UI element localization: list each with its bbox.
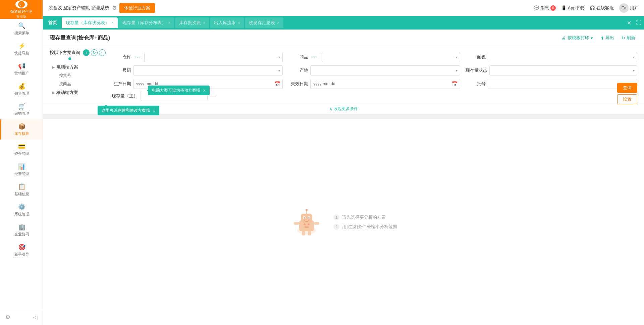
scheme-mobile-label: 移动端方案	[56, 90, 78, 96]
sidebar-label-purchase: 采购管理	[14, 111, 29, 116]
svg-rect-12	[314, 222, 319, 225]
scheme-mobile[interactable]: ▶ 移动端方案	[50, 88, 106, 97]
scheme-by-product[interactable]: 按商品	[56, 80, 106, 88]
sidebar-item-inventory[interactable]: 📦 库存核算	[0, 119, 43, 140]
sidebar-item-basic-info[interactable]: 📋 基础信息	[0, 180, 43, 200]
filter-expiry-date: 失效日期 📅	[288, 79, 460, 89]
print-label: 按模板打印	[568, 35, 589, 41]
fullscreen-icon[interactable]: ⛶	[635, 19, 643, 26]
tabbar-right-icons: ✕ ⛶	[626, 19, 643, 27]
filter-origin: 产地 ▾	[288, 65, 460, 75]
sync-scheme-btn[interactable]: ↻	[91, 49, 98, 56]
filter-header-btns: + ↻ ←	[83, 49, 106, 56]
logo-text: 畅通诸好生意	[10, 9, 33, 14]
warehouse-select-wrap: ▾	[144, 52, 283, 62]
sidebar-item-marketing[interactable]: 📢 营销推广	[0, 59, 43, 79]
tab-inventory-status-close[interactable]: ×	[111, 20, 114, 25]
app-download-btn[interactable]: 📱 App下载	[561, 5, 584, 11]
export-btn[interactable]: ⬆ 导出	[598, 34, 616, 42]
experience-btn[interactable]: 体验行业方案	[119, 3, 155, 13]
svg-rect-14	[308, 231, 311, 235]
app-logo: 6 畅通诸好生意 标准版	[0, 0, 43, 19]
tab-receive-summary[interactable]: 收发存汇总表 ×	[245, 17, 283, 28]
sidebar-item-sys-manage[interactable]: ⚙️ 系统管理	[0, 200, 43, 220]
sidebar-item-enterprise[interactable]: 🏢 企业协同	[0, 220, 43, 240]
empty-hint-1: 1 请先选择要分析的方案	[333, 214, 397, 220]
expiry-date-input[interactable]	[310, 79, 460, 89]
sidebar-item-quick-nav[interactable]: ⚡ 快捷导航	[0, 39, 43, 59]
tab-inventory-status[interactable]: 现存量（库存状况表） ×	[62, 17, 118, 28]
query-btn[interactable]: 查询	[617, 83, 637, 93]
print-btn[interactable]: 🖨 按模板打印 ▾	[560, 34, 595, 42]
collapse-label: 收起更多条件	[334, 106, 358, 112]
tab-receive-summary-label: 收发存汇总表	[249, 20, 275, 26]
tab-batch-ledger[interactable]: 库存批次账 ×	[175, 17, 209, 28]
marketing-icon: 📢	[18, 62, 25, 70]
refresh-label: 刷新	[627, 35, 635, 41]
product-dots[interactable]	[310, 54, 319, 60]
tab-inout-flow[interactable]: 出入库流水 ×	[210, 17, 244, 28]
add-scheme-btn[interactable]: +	[83, 49, 90, 56]
batch-no-input[interactable]	[488, 79, 637, 89]
close-all-tabs-icon[interactable]: ✕	[626, 19, 633, 27]
tab-receive-summary-close[interactable]: ×	[277, 20, 279, 25]
support-icon: 🎧	[590, 5, 595, 10]
sidebar-item-search[interactable]: 🔍 搜索菜单	[0, 19, 43, 39]
messages-btn[interactable]: 💬 消息 6	[534, 5, 556, 11]
svg-point-10	[306, 209, 308, 211]
tab-inout-flow-close[interactable]: ×	[238, 20, 240, 25]
online-support-btn[interactable]: 🎧 在线客服	[590, 5, 614, 11]
size-label: 尺码	[111, 67, 131, 73]
tooltip-create-close[interactable]: ×	[153, 108, 155, 113]
sidebar-item-guide[interactable]: 🎯 新手引导	[0, 240, 43, 260]
scheme-desktop-label: 电脑端方案	[56, 64, 78, 70]
origin-select[interactable]	[310, 65, 460, 75]
sidebar-label-inventory: 库存核算	[14, 131, 29, 136]
tooltip-create: 这里可以创建和修改方案哦 ×	[98, 106, 159, 115]
operations-icon: 📊	[18, 163, 25, 170]
online-support-label: 在线客服	[596, 5, 614, 11]
svg-point-16	[308, 223, 310, 225]
topbar-settings-icon[interactable]: ⚙	[112, 5, 117, 11]
collapse-sidebar-icon[interactable]: ◁	[33, 314, 37, 320]
finance-icon: 💳	[18, 143, 25, 150]
refresh-btn[interactable]: ↻ 刷新	[620, 34, 637, 42]
tab-batch-ledger-close[interactable]: ×	[203, 20, 205, 25]
tab-home[interactable]: 首页	[44, 17, 61, 28]
basic-info-icon: 📋	[18, 183, 25, 191]
sidebar-item-operations[interactable]: 📊 经营管理	[0, 160, 43, 180]
color-select[interactable]	[488, 52, 637, 62]
back-btn[interactable]: ←	[99, 49, 106, 56]
warehouse-select[interactable]	[144, 52, 283, 62]
tooltip-scheme-close[interactable]: ×	[203, 88, 206, 93]
phone-icon: 📱	[561, 5, 567, 10]
svg-rect-11	[294, 222, 299, 225]
user-label: 用户	[630, 5, 639, 11]
scheme-panel: 按以下方案查询 + ↻ ← ▶ 电脑端方案	[50, 49, 106, 98]
tab-inventory-distribution[interactable]: 现存量（库存分布表） ×	[118, 17, 174, 28]
tab-inventory-distribution-label: 现存量（库存分布表）	[122, 20, 166, 26]
size-select[interactable]	[133, 65, 283, 75]
sidebar-item-sales[interactable]: 💰 销售管理	[0, 79, 43, 99]
sidebar-item-finance[interactable]: 💳 资金管理	[0, 140, 43, 160]
logo-icon: 6	[15, 0, 28, 8]
sidebar-bottom: ⚙ ◁	[0, 309, 43, 325]
sidebar-item-purchase[interactable]: 🛒 采购管理	[0, 99, 43, 119]
reset-btn[interactable]: 设置	[617, 94, 637, 104]
scheme-desktop[interactable]: ▶ 电脑端方案	[50, 63, 106, 71]
product-select[interactable]	[322, 52, 460, 62]
tab-inventory-distribution-close[interactable]: ×	[168, 20, 170, 25]
settings-icon[interactable]: ⚙	[5, 314, 10, 320]
inventory-status-select[interactable]	[489, 65, 637, 75]
warehouse-dots[interactable]	[133, 54, 142, 60]
scheme-by-sku[interactable]: 按货号	[56, 71, 106, 80]
search-menu-icon: 🔍	[18, 22, 25, 30]
refresh-icon: ↻	[622, 36, 625, 41]
warehouse-label: 仓库	[111, 54, 131, 60]
logo-badge: 标准版	[16, 14, 26, 19]
svg-point-0	[18, 1, 25, 8]
sys-manage-icon: ⚙️	[18, 203, 25, 211]
user-profile-btn[interactable]: Ea 用户	[619, 3, 639, 13]
scheme-tree: ▶ 电脑端方案 按货号 按商品 ▶	[50, 61, 106, 98]
sidebar-label-search: 搜索菜单	[14, 31, 29, 36]
